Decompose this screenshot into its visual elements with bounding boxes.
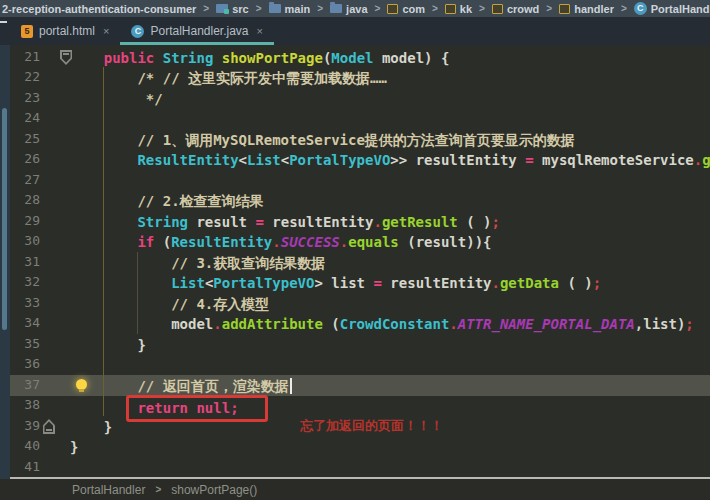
code-editor[interactable]: 忘了加返回的页面！！！ 21 public String showPortPag… bbox=[10, 45, 710, 478]
package-icon bbox=[492, 4, 503, 14]
line-number[interactable]: 25 bbox=[14, 131, 40, 146]
breadcrumb-item[interactable]: 2-reception-authentication-consumer bbox=[2, 3, 196, 15]
breadcrumb-separator-icon: > bbox=[479, 3, 485, 14]
line-number[interactable]: 31 bbox=[14, 254, 40, 269]
token-ty: PortalTypeVO bbox=[213, 275, 314, 291]
token-op: = bbox=[525, 152, 533, 168]
breadcrumb-item[interactable]: java bbox=[330, 3, 367, 15]
text-caret bbox=[290, 378, 292, 394]
code-line: 35 } bbox=[10, 334, 710, 355]
token-pl: >> resultEntity bbox=[390, 152, 525, 168]
token-pl: } bbox=[70, 337, 146, 353]
token-mc: getPorta bbox=[702, 152, 710, 168]
breadcrumb-separator-icon: > bbox=[375, 3, 381, 14]
code-line: 40} bbox=[10, 436, 710, 457]
code-line: 28 // 2.检查查询结果 bbox=[10, 190, 710, 211]
line-number[interactable]: 37 bbox=[14, 377, 40, 392]
token-dot: . bbox=[694, 152, 702, 168]
token-pl bbox=[70, 275, 171, 291]
token-pl bbox=[154, 50, 162, 66]
fold-end-icon[interactable] bbox=[43, 419, 55, 434]
token-ty: String bbox=[137, 214, 188, 230]
token-pl: model bbox=[70, 316, 213, 332]
token-ty: List bbox=[171, 275, 205, 291]
breadcrumb-label: handler bbox=[574, 3, 614, 15]
token-dot: . bbox=[272, 234, 280, 250]
breadcrumb-item[interactable]: main bbox=[269, 3, 311, 15]
code-text: model.addAttribute (CrowdConstant.ATTR_N… bbox=[70, 314, 694, 334]
token-ty: PortalTypeVO bbox=[289, 152, 390, 168]
line-number[interactable]: 33 bbox=[14, 295, 40, 310]
indent-guide bbox=[103, 67, 104, 415]
breadcrumb-item[interactable]: CPortalHandler bbox=[634, 2, 710, 15]
line-number[interactable]: 27 bbox=[14, 172, 40, 187]
tab-portal-html[interactable]: 5portal.html× bbox=[10, 17, 120, 45]
token-kw: if bbox=[137, 234, 154, 250]
breadcrumb-label: com bbox=[402, 3, 425, 15]
token-md: showPortPage bbox=[222, 50, 323, 66]
line-number[interactable]: 40 bbox=[14, 438, 40, 453]
code-line: 23 */ bbox=[10, 88, 710, 109]
package-icon bbox=[387, 4, 398, 14]
line-number[interactable]: 22 bbox=[14, 69, 40, 84]
token-pl: > list bbox=[314, 275, 373, 291]
code-line: 38 return null; bbox=[10, 395, 710, 416]
token-pl: ( ) bbox=[458, 214, 492, 230]
breadcrumb-item[interactable]: handler bbox=[559, 3, 614, 15]
line-number[interactable]: 34 bbox=[14, 315, 40, 330]
token-cm: // 1、调用MySQLRemoteService提供的方法查询首页要显示的数据 bbox=[70, 132, 575, 148]
token-pl bbox=[213, 50, 221, 66]
line-number[interactable]: 38 bbox=[14, 397, 40, 412]
minus-icon bbox=[63, 53, 69, 55]
line-number[interactable]: 30 bbox=[14, 233, 40, 248]
token-pl: } bbox=[70, 439, 78, 455]
code-line: 26 ResultEntity<List<PortalTypeVO>> resu… bbox=[10, 149, 710, 170]
line-number[interactable]: 35 bbox=[14, 336, 40, 351]
line-number[interactable]: 39 bbox=[14, 418, 40, 433]
tab-portalhandler-java[interactable]: CPortalHandler.java× bbox=[120, 17, 274, 45]
class-icon: C bbox=[634, 2, 647, 15]
breadcrumb-item[interactable]: kk bbox=[445, 3, 472, 15]
close-icon[interactable]: × bbox=[257, 25, 263, 37]
line-number[interactable]: 36 bbox=[14, 356, 40, 371]
code-text: String result = resultEntity.getResult (… bbox=[70, 212, 500, 232]
breadcrumb-label: kk bbox=[460, 3, 472, 15]
code-line: 27 bbox=[10, 170, 710, 191]
line-number[interactable]: 24 bbox=[14, 110, 40, 125]
code-line: 37 // 返回首页，渲染数据 bbox=[10, 375, 710, 396]
token-dot: ; bbox=[593, 275, 601, 291]
line-number[interactable]: 21 bbox=[14, 49, 40, 64]
line-number[interactable]: 28 bbox=[14, 192, 40, 207]
breadcrumb-item[interactable]: src bbox=[216, 3, 249, 15]
breadcrumb-item[interactable]: crowd bbox=[492, 3, 539, 15]
indent-guide bbox=[137, 252, 138, 334]
close-icon[interactable]: × bbox=[103, 25, 109, 37]
code-line: 21 public String showPortPage(Model mode… bbox=[10, 47, 710, 68]
token-cm: // 3.获取查询结果数据 bbox=[70, 255, 325, 271]
line-number[interactable]: 32 bbox=[14, 274, 40, 289]
line-number[interactable]: 41 bbox=[14, 459, 40, 474]
token-cm: /* // 这里实际开发中需要加载数据…… bbox=[70, 70, 387, 86]
tool-window-handle[interactable] bbox=[0, 21, 7, 23]
token-ty: String bbox=[163, 50, 214, 66]
status-bar: PortalHandler>showPortPage() bbox=[0, 479, 710, 500]
breadcrumb-item[interactable]: com bbox=[387, 3, 425, 15]
line-number[interactable]: 29 bbox=[14, 213, 40, 228]
status-separator-icon: > bbox=[155, 484, 161, 495]
code-text: ResultEntity<List<PortalTypeVO>> resultE… bbox=[70, 150, 710, 170]
scrollbar-thumb[interactable] bbox=[2, 108, 7, 330]
status-breadcrumb-item[interactable]: showPortPage() bbox=[171, 483, 257, 497]
token-dot: . bbox=[492, 275, 500, 291]
token-dot: . bbox=[449, 316, 457, 332]
token-ty: ResultEntity bbox=[171, 234, 272, 250]
line-number[interactable]: 26 bbox=[14, 151, 40, 166]
token-kw: public bbox=[104, 50, 155, 66]
token-ty: Model bbox=[331, 50, 373, 66]
line-number[interactable]: 23 bbox=[14, 90, 40, 105]
code-text: /* // 这里实际开发中需要加载数据…… bbox=[70, 68, 387, 88]
token-ty: CrowdConstant bbox=[340, 316, 450, 332]
source-folder-icon bbox=[216, 4, 228, 13]
token-dot: ; bbox=[685, 316, 693, 332]
token-dot: . bbox=[373, 214, 381, 230]
status-breadcrumb-item[interactable]: PortalHandler bbox=[72, 483, 145, 497]
